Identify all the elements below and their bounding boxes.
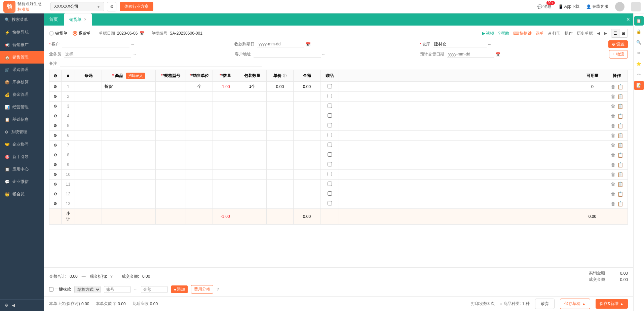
logistics-button[interactable]: + 物流: [609, 50, 628, 59]
row-settings-10[interactable]: ⚙: [49, 180, 62, 189]
row-amount-1[interactable]: [294, 92, 320, 102]
app-download-button[interactable]: 📱 App下载: [558, 4, 579, 9]
row-amount-7[interactable]: [294, 150, 320, 160]
row-settings-4[interactable]: ⚙: [49, 121, 62, 131]
operate-button[interactable]: 操作: [565, 31, 573, 36]
row-notes-3[interactable]: [339, 111, 579, 121]
row-price-5[interactable]: [267, 131, 294, 141]
row-qty-1[interactable]: [213, 92, 238, 102]
salesperson-more-icon[interactable]: ···: [132, 52, 136, 57]
row-notes-4[interactable]: [339, 121, 579, 131]
row-spec-12[interactable]: [156, 199, 186, 209]
delete-icon-5[interactable]: 🗑: [611, 133, 615, 138]
row-gift-7[interactable]: [320, 150, 339, 160]
row-action-12[interactable]: 🗑 📋: [606, 199, 628, 209]
warehouse-input[interactable]: [433, 41, 487, 47]
sidebar-collapse-icon[interactable]: ◀: [12, 303, 15, 308]
row-notes-0[interactable]: [339, 82, 579, 92]
row-settings-8[interactable]: ⚙: [49, 160, 62, 170]
row-action-10[interactable]: 🗑 📋: [606, 180, 628, 189]
warehouse-more-icon[interactable]: ···: [488, 42, 491, 47]
abandon-button[interactable]: 放弃: [535, 299, 555, 309]
right-icon-orange[interactable]: 📝: [634, 81, 644, 90]
delete-icon-12[interactable]: 🗑: [611, 201, 615, 206]
delete-icon-8[interactable]: 🗑: [611, 162, 615, 167]
view-grid-icon[interactable]: ⊞: [619, 29, 628, 37]
save-new-button[interactable]: 保存&新增 ▲: [596, 299, 628, 309]
sidebar-item-inventory[interactable]: 📦 库存核算: [0, 76, 44, 88]
row-amount-2[interactable]: [294, 102, 320, 111]
tab-bar-close-icon[interactable]: ×: [626, 16, 630, 23]
row-unit-1[interactable]: [186, 92, 213, 102]
row-spec-0[interactable]: [156, 82, 186, 92]
video-button[interactable]: ▶ 视频: [482, 31, 494, 36]
gift-checkbox-5[interactable]: [328, 133, 332, 137]
row-pkgqty-8[interactable]: [238, 160, 267, 170]
customer-address-input[interactable]: [254, 51, 321, 57]
gift-checkbox-7[interactable]: [328, 152, 332, 157]
calendar-icon[interactable]: 📅: [140, 31, 145, 36]
row-price-7[interactable]: [267, 150, 294, 160]
row-barcode-2[interactable]: [75, 102, 102, 111]
right-icon-1[interactable]: 📋: [634, 16, 644, 26]
row-qty-3[interactable]: [213, 111, 238, 121]
copy-icon-2[interactable]: 📋: [617, 104, 623, 109]
account-input[interactable]: [104, 286, 131, 293]
gift-checkbox-9[interactable]: [328, 172, 332, 176]
shortcut-button[interactable]: ⌨ 快捷键: [513, 31, 532, 36]
row-amount-10[interactable]: [294, 180, 320, 189]
row-action-4[interactable]: 🗑 📋: [606, 121, 628, 131]
row-price-11[interactable]: [267, 189, 294, 199]
gift-checkbox-6[interactable]: [328, 143, 332, 147]
gift-checkbox-12[interactable]: [328, 201, 332, 205]
row-amount-9[interactable]: [294, 170, 320, 180]
row-qty-4[interactable]: [213, 121, 238, 131]
one-click-payment-checkbox[interactable]: 一键收款: [49, 286, 71, 292]
row-barcode-10[interactable]: [75, 180, 102, 189]
row-action-9[interactable]: 🗑 📋: [606, 170, 628, 180]
radio-return[interactable]: 退货单: [73, 31, 91, 36]
row-gift-10[interactable]: [320, 180, 339, 189]
sidebar-item-basics[interactable]: 📋 基础信息: [0, 113, 44, 126]
row-amount-6[interactable]: [294, 141, 320, 150]
row-unit-6[interactable]: [186, 141, 213, 150]
row-qty-5[interactable]: [213, 131, 238, 141]
row-pkgqty-12[interactable]: [238, 199, 267, 209]
radio-sale[interactable]: 销货单: [49, 31, 67, 36]
row-unit-11[interactable]: [186, 189, 213, 199]
row-unit-2[interactable]: [186, 102, 213, 111]
row-unit-10[interactable]: [186, 180, 213, 189]
add-button[interactable]: ● 添加: [171, 285, 188, 293]
product-type-item[interactable]: ○ 商品种类: 1 种: [500, 301, 530, 307]
row-qty-8[interactable]: [213, 160, 238, 170]
row-barcode-0[interactable]: [75, 82, 102, 92]
row-gift-0[interactable]: [320, 82, 339, 92]
row-gift-11[interactable]: [320, 189, 339, 199]
row-settings-5[interactable]: ⚙: [49, 131, 62, 141]
delivery-date-input[interactable]: [447, 51, 494, 57]
prev-icon[interactable]: ◀: [597, 31, 600, 36]
row-pkgqty-5[interactable]: [238, 131, 267, 141]
row-spec-2[interactable]: [156, 102, 186, 111]
row-qty-10[interactable]: [213, 180, 238, 189]
delete-icon-6[interactable]: 🗑: [611, 143, 615, 148]
delete-icon-9[interactable]: 🗑: [611, 172, 615, 177]
right-icon-2[interactable]: 🔒: [634, 27, 644, 36]
row-product-11[interactable]: [102, 189, 156, 199]
row-unit-4[interactable]: [186, 121, 213, 131]
copy-icon-10[interactable]: 📋: [617, 182, 623, 187]
expense-help-icon[interactable]: ?: [217, 287, 219, 292]
row-amount-0[interactable]: 0.00: [294, 82, 320, 92]
sidebar-item-member[interactable]: 👑 畅会员: [0, 188, 44, 200]
sidebar-item-marketing[interactable]: 📢 营销推广: [0, 39, 44, 51]
online-service-button[interactable]: 👤 在线客服: [586, 4, 608, 9]
row-action-8[interactable]: 🗑 📋: [606, 160, 628, 170]
row-spec-11[interactable]: [156, 189, 186, 199]
delivery-calendar-icon[interactable]: 📅: [495, 52, 500, 57]
row-barcode-3[interactable]: [75, 111, 102, 121]
gift-checkbox-8[interactable]: [328, 162, 332, 166]
avatar-extra[interactable]: [631, 2, 641, 11]
copy-icon-12[interactable]: 📋: [617, 201, 623, 206]
row-spec-1[interactable]: [156, 92, 186, 102]
row-qty-6[interactable]: [213, 141, 238, 150]
